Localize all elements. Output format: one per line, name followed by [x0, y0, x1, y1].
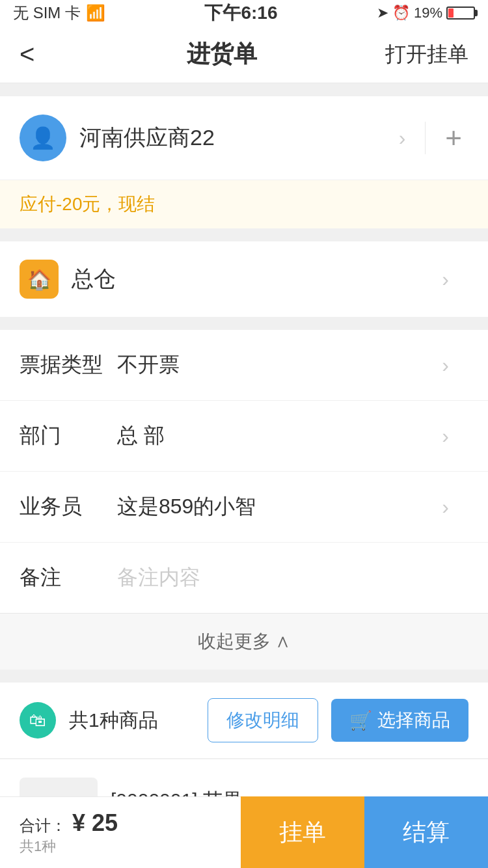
salesperson-label: 业务员 [20, 493, 117, 521]
collapse-label: 收起更多 ∧ [198, 629, 291, 654]
open-suspend-button[interactable]: 打开挂单 [385, 40, 468, 69]
status-bar: 无 SIM 卡 📶 下午6:16 ➤ ⏰ 19% [0, 0, 488, 26]
department-row[interactable]: 部门 总 部 › [0, 400, 488, 471]
supplier-row[interactable]: 👤 河南供应商22 › + [0, 96, 488, 180]
suspend-label: 挂单 [279, 817, 326, 848]
carrier-text: 无 SIM 卡 [13, 3, 81, 23]
status-time: 下午6:16 [204, 1, 277, 25]
status-left: 无 SIM 卡 📶 [13, 3, 105, 23]
select-product-label: 选择商品 [377, 708, 450, 733]
divider-2 [0, 317, 488, 330]
location-icon: ➤ [377, 5, 388, 21]
department-value: 总 部 [117, 422, 442, 450]
remark-input[interactable]: 备注内容 [117, 563, 468, 592]
suspend-button[interactable]: 挂单 [241, 796, 364, 868]
salesperson-chevron-icon: › [442, 495, 449, 519]
products-header: 🛍 共1种商品 修改明细 🛒 选择商品 [0, 683, 488, 758]
notice-bar: 应付-20元，现结 [0, 180, 488, 228]
wifi-icon: 📶 [86, 4, 105, 22]
bottom-bar: 合计： ¥ 25 共1种 挂单 结算 [0, 796, 488, 868]
divider-1 [0, 228, 488, 241]
supplier-card: 👤 河南供应商22 › + 应付-20元，现结 [0, 96, 488, 228]
total-label: 合计： [20, 817, 66, 834]
checkout-label: 结算 [403, 817, 450, 848]
department-chevron-icon: › [442, 424, 449, 448]
status-right: ➤ ⏰ 19% [377, 5, 475, 21]
back-button[interactable]: < [20, 40, 59, 69]
nav-bar: < 进货单 打开挂单 [0, 26, 488, 83]
form-card: 票据类型 不开票 › 部门 总 部 › 业务员 这是859的小智 › 备注 备注… [0, 330, 488, 613]
remark-label: 备注 [20, 563, 117, 592]
salesperson-value: 这是859的小智 [117, 493, 442, 521]
warehouse-name: 总仓 [72, 264, 442, 294]
vertical-divider [425, 122, 426, 154]
invoice-chevron-icon: › [442, 353, 449, 377]
supplier-name: 河南供应商22 [79, 123, 399, 153]
edit-detail-button[interactable]: 修改明细 [208, 698, 318, 742]
total-row: 合计： ¥ 25 [20, 809, 221, 837]
avatar-icon: 👤 [30, 126, 56, 150]
total-count: 共1种 [20, 837, 221, 856]
supplier-chevron-icon: › [399, 126, 406, 150]
total-amount: ¥ 25 [72, 809, 118, 836]
invoice-value: 不开票 [117, 351, 442, 379]
products-count: 共1种商品 [69, 707, 195, 734]
select-product-button[interactable]: 🛒 选择商品 [331, 699, 468, 742]
bottom-total: 合计： ¥ 25 共1种 [0, 796, 241, 868]
invoice-label: 票据类型 [20, 351, 117, 379]
department-label: 部门 [20, 422, 117, 450]
invoice-row[interactable]: 票据类型 不开票 › [0, 330, 488, 400]
notice-text: 应付-20元，现结 [20, 194, 155, 214]
shopping-icon: 🛍 [29, 711, 46, 731]
warehouse-icon: 🏠 [20, 260, 59, 299]
remark-row[interactable]: 备注 备注内容 [0, 542, 488, 613]
supplier-avatar: 👤 [20, 115, 66, 161]
warehouse-row[interactable]: 🏠 总仓 › [0, 241, 488, 317]
page-title: 进货单 [187, 38, 257, 70]
checkout-button[interactable]: 结算 [364, 796, 488, 868]
battery-icon [446, 7, 475, 20]
salesperson-row[interactable]: 业务员 这是859的小智 › [0, 471, 488, 542]
products-icon: 🛍 [20, 702, 56, 739]
collapse-row[interactable]: 收起更多 ∧ [0, 613, 488, 670]
add-button[interactable]: + [439, 122, 468, 154]
top-divider [0, 83, 488, 96]
cart-icon: 🛒 [349, 710, 372, 731]
battery-percent: 19% [414, 5, 442, 21]
warehouse-chevron-icon: › [442, 267, 449, 292]
alarm-icon: ⏰ [392, 5, 410, 21]
